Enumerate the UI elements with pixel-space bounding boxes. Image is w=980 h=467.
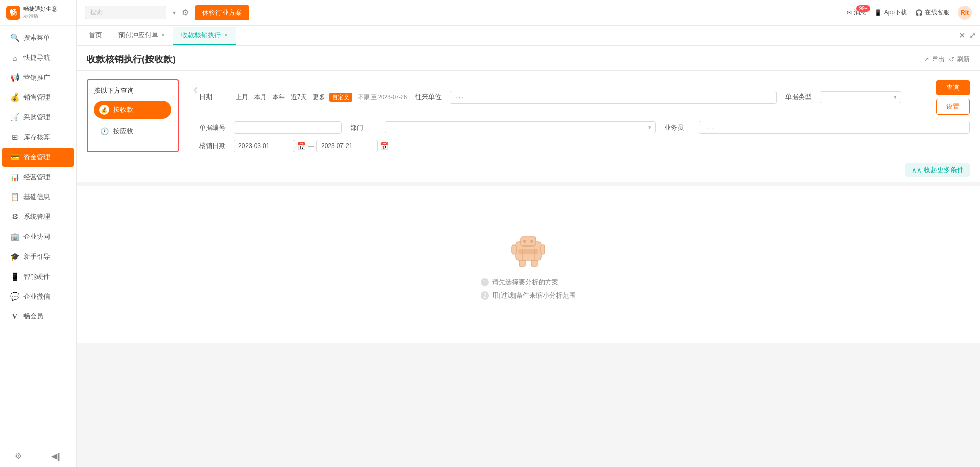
verify-date-field: 核销日期 📅 — 📅 bbox=[199, 140, 388, 152]
tip-num-1: 1 bbox=[481, 278, 489, 286]
tab-prepay-close[interactable]: × bbox=[161, 32, 165, 39]
voucher-no-field: 单据编号 bbox=[199, 121, 342, 134]
sidebar-item-marketing[interactable]: 📢 营销推广 bbox=[2, 68, 74, 87]
app-label: App下载 bbox=[884, 8, 907, 17]
staff-field: 业务员 ··· bbox=[664, 121, 970, 134]
solution-btn[interactable]: 休验行业方案 bbox=[195, 5, 249, 20]
page-title: 收款核销执行(按收款) bbox=[87, 53, 176, 65]
sidebar-label-purchase: 采购管理 bbox=[23, 113, 50, 122]
sidebar-label-enterprise: 企业协同 bbox=[23, 232, 50, 241]
export-btn[interactable]: ↗ 导出 bbox=[924, 55, 945, 64]
sidebar-item-wechat[interactable]: 💬 企业微信 bbox=[2, 287, 74, 306]
tab-home[interactable]: 首页 bbox=[81, 27, 110, 45]
date-shortcuts: 上月 本月 本年 近7天 更多 自定义 bbox=[234, 92, 352, 103]
refresh-label: 刷新 bbox=[957, 55, 970, 64]
empty-state: 1 请先选择要分析的方案 2 用[过滤]条件来缩小分析范围 bbox=[77, 186, 980, 343]
svg-rect-6 bbox=[541, 245, 545, 254]
sidebar-item-hardware[interactable]: 📱 智能硬件 bbox=[2, 267, 74, 286]
partner-label: 往来单位 bbox=[415, 92, 446, 102]
app-download-btn[interactable]: 📱 App下载 bbox=[874, 8, 907, 17]
sidebar-label-search: 搜索菜单 bbox=[23, 33, 50, 42]
settings-bottom-btn[interactable]: ⚙ bbox=[11, 449, 26, 463]
topbar-gear-icon[interactable]: ⚙ bbox=[182, 8, 189, 17]
filter-settings-btn[interactable]: 设置 bbox=[936, 99, 970, 115]
topbar-search-box[interactable]: 搜索 bbox=[85, 6, 166, 19]
date-custom-badge[interactable]: 自定义 bbox=[329, 93, 352, 102]
sidebar-item-member[interactable]: V 畅会员 bbox=[2, 307, 74, 326]
service-label: 在线客服 bbox=[925, 8, 949, 17]
date-btn-7days[interactable]: 近7天 bbox=[289, 92, 309, 103]
query-btn[interactable]: 查询 bbox=[936, 80, 970, 95]
topbar-dropdown-arrow[interactable]: ▾ bbox=[173, 9, 176, 16]
sidebar-label-business: 经营管理 bbox=[23, 173, 50, 182]
sidebar-item-inventory[interactable]: ⊞ 库存核算 bbox=[2, 128, 74, 147]
sidebar-item-basic[interactable]: 📋 基础信息 bbox=[2, 187, 74, 207]
collapse-more-section: ∧∧ 收起更多条件 bbox=[77, 160, 980, 182]
sidebar-item-system[interactable]: ⚙ 系统管理 bbox=[2, 207, 74, 227]
app-icon: 📱 bbox=[874, 9, 882, 16]
verify-date-end-input[interactable] bbox=[316, 140, 378, 152]
sidebar-label-hardware: 智能硬件 bbox=[23, 272, 50, 281]
tab-receipt-offset-close[interactable]: × bbox=[224, 32, 228, 39]
date-btn-this-year[interactable]: 本年 bbox=[271, 92, 287, 103]
staff-input[interactable]: ··· bbox=[699, 121, 970, 134]
online-service-btn[interactable]: 🎧 在线客服 bbox=[915, 8, 949, 17]
sidebar-item-finance[interactable]: 💳 资金管理 bbox=[2, 148, 74, 167]
app-logo-icon: 畅 bbox=[6, 6, 20, 20]
by-receipt-icon: 💰 bbox=[99, 105, 109, 115]
collapse-more-btn[interactable]: ∧∧ 收起更多条件 bbox=[905, 163, 970, 177]
verify-date-start-calendar[interactable]: 📅 bbox=[297, 142, 306, 150]
filter-by-receipt[interactable]: 💰 按收款 bbox=[94, 101, 172, 119]
main-area: 搜索 ▾ ⚙ 休验行业方案 ✉ 消息 99+ 📱 App下载 🎧 在线客服 Ri… bbox=[77, 0, 980, 467]
tab-receipt-offset[interactable]: 收款核销执行 × bbox=[173, 27, 236, 45]
sidebar-item-enterprise[interactable]: 🏢 企业协同 bbox=[2, 227, 74, 247]
voucher-no-input[interactable] bbox=[234, 121, 342, 134]
tab-prepay[interactable]: 预付冲应付单 × bbox=[110, 27, 173, 45]
sidebar-item-sales[interactable]: 💰 销售管理 bbox=[2, 88, 74, 107]
date-btn-more[interactable]: 更多 bbox=[311, 92, 327, 103]
message-btn[interactable]: ✉ 消息 99+ bbox=[847, 8, 866, 17]
partner-field: 往来单位 ··· bbox=[415, 91, 777, 104]
sidebar-item-purchase[interactable]: 🛒 采购管理 bbox=[2, 108, 74, 127]
app-version: 标准版 bbox=[23, 13, 57, 20]
filter-left-panel: 按以下方查询 💰 按收款 🕐 按应收 bbox=[87, 79, 179, 152]
refresh-btn[interactable]: ↺ 刷新 bbox=[949, 55, 970, 64]
sidebar-item-search[interactable]: 🔍 搜索菜单 bbox=[2, 28, 74, 47]
sidebar-item-quick-nav[interactable]: ⌂ 快捷导航 bbox=[2, 48, 74, 67]
verify-date-separator: — bbox=[308, 142, 314, 150]
empty-tip-1: 请先选择要分析的方案 bbox=[492, 276, 558, 289]
sales-icon: 💰 bbox=[10, 93, 19, 102]
tab-home-label: 首页 bbox=[89, 31, 102, 40]
verify-date-start-input[interactable] bbox=[234, 140, 295, 152]
app-name: 畅捷通好生意 bbox=[23, 5, 57, 12]
hardware-icon: 📱 bbox=[10, 272, 19, 281]
sidebar-nav: 🔍 搜索菜单 ⌂ 快捷导航 📢 营销推广 💰 销售管理 🛒 采购管理 ⊞ 库存核… bbox=[0, 26, 76, 445]
sidebar-label-sales: 销售管理 bbox=[23, 93, 50, 102]
voucher-type-select[interactable]: ▾ bbox=[820, 91, 901, 103]
filter-collapse-btn[interactable]: 《 bbox=[189, 81, 199, 95]
tab-prepay-label: 预付冲应付单 bbox=[118, 31, 158, 40]
wechat-icon: 💬 bbox=[10, 292, 19, 301]
verify-date-end-calendar[interactable]: 📅 bbox=[380, 142, 388, 150]
sidebar-item-guide[interactable]: 🎓 新手引导 bbox=[2, 247, 74, 266]
collapse-sidebar-btn[interactable]: ◀‖ bbox=[47, 449, 65, 463]
svg-rect-5 bbox=[512, 245, 516, 254]
voucher-type-label: 单据类型 bbox=[785, 92, 816, 102]
by-receipt-label: 按收款 bbox=[113, 105, 133, 114]
message-badge: 99+ bbox=[856, 5, 870, 12]
date-btn-last-month[interactable]: 上月 bbox=[234, 92, 250, 103]
collapse-more-label: 收起更多条件 bbox=[924, 165, 964, 175]
dept-select[interactable]: ▾ bbox=[385, 121, 656, 133]
marketing-icon: 📢 bbox=[10, 73, 19, 82]
close-tab-btn[interactable]: ✕ bbox=[959, 31, 965, 40]
sidebar-item-business[interactable]: 📊 经营管理 bbox=[2, 167, 74, 187]
sidebar-label-quick-nav: 快捷导航 bbox=[23, 53, 50, 62]
partner-input[interactable]: ··· bbox=[450, 91, 777, 104]
expand-tab-btn[interactable]: ⤢ bbox=[969, 31, 976, 40]
filter-by-receivable[interactable]: 🕐 按应收 bbox=[94, 122, 172, 140]
message-icon: ✉ bbox=[847, 9, 852, 16]
svg-rect-1 bbox=[521, 237, 536, 246]
date-btn-this-month[interactable]: 本月 bbox=[252, 92, 268, 103]
user-avatar[interactable]: Rit bbox=[958, 6, 972, 20]
tab-bar-actions: ✕ ⤢ bbox=[959, 31, 976, 40]
